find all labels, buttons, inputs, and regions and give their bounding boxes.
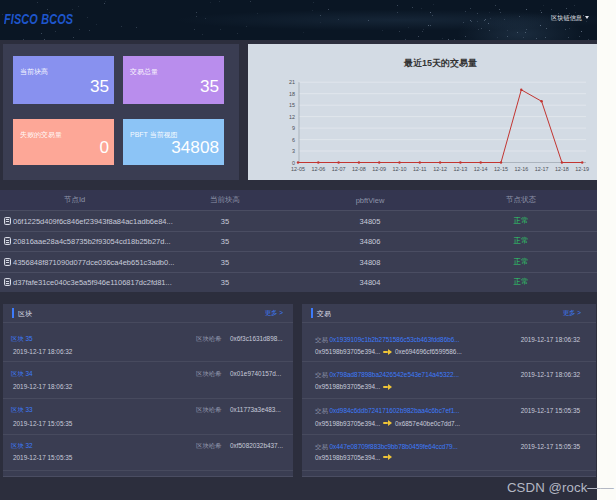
svg-text:12-18: 12-18 xyxy=(555,166,569,172)
svg-text:12-14: 12-14 xyxy=(474,166,488,172)
svg-text:12: 12 xyxy=(289,114,295,120)
svg-text:6: 6 xyxy=(292,137,295,143)
svg-text:12-15: 12-15 xyxy=(494,166,508,172)
svg-text:9: 9 xyxy=(292,125,295,131)
svg-text:12-13: 12-13 xyxy=(454,166,468,172)
svg-text:0: 0 xyxy=(292,160,295,166)
svg-text:12-19: 12-19 xyxy=(575,166,589,172)
svg-text:21: 21 xyxy=(289,79,295,85)
svg-text:12-16: 12-16 xyxy=(514,166,528,172)
svg-text:12-09: 12-09 xyxy=(372,166,386,172)
svg-text:12-17: 12-17 xyxy=(535,166,549,172)
svg-text:12-07: 12-07 xyxy=(332,166,346,172)
svg-text:15: 15 xyxy=(289,102,295,108)
svg-text:12-08: 12-08 xyxy=(352,166,366,172)
svg-text:18: 18 xyxy=(289,91,295,97)
svg-text:12-11: 12-11 xyxy=(413,166,426,172)
svg-text:12-10: 12-10 xyxy=(393,166,407,172)
svg-text:12-05: 12-05 xyxy=(291,166,305,172)
svg-text:12-06: 12-06 xyxy=(311,166,325,172)
svg-text:12-12: 12-12 xyxy=(433,166,447,172)
svg-text:3: 3 xyxy=(292,148,295,154)
